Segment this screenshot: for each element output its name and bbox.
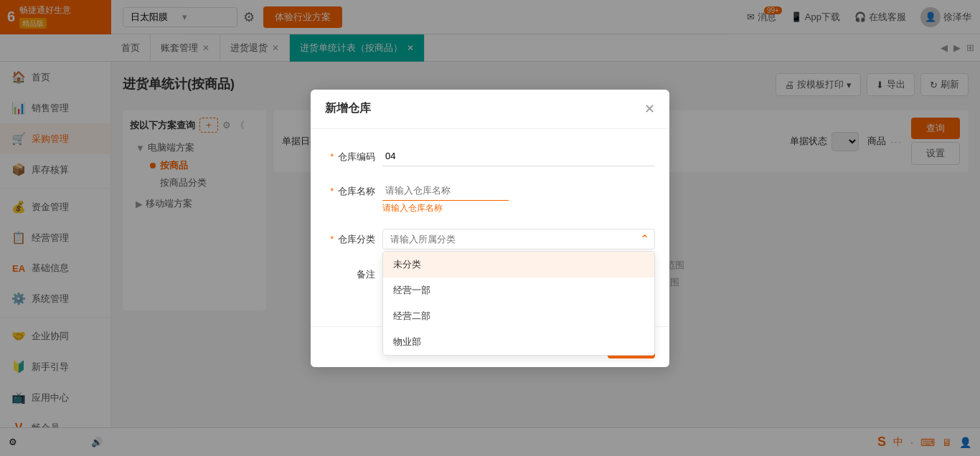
note-label: 备注 [325, 264, 382, 281]
dropdown-item-uncategorized[interactable]: 未分类 [383, 252, 654, 277]
required-star: * [330, 151, 334, 162]
category-arrow-icon: ⌃ [640, 232, 649, 246]
code-input[interactable] [382, 146, 655, 166]
code-label: * 仓库编码 [325, 146, 382, 163]
dialog-close-button[interactable]: ✕ [644, 101, 655, 117]
category-select-wrapper: ⌃ 未分类 经营一部 经营二部 物业部 [382, 229, 655, 250]
dialog-title: 新增仓库 [325, 101, 371, 116]
category-dropdown: 未分类 经营一部 经营二部 物业部 [382, 251, 655, 356]
name-error-msg: 请输入仓库名称 [382, 202, 655, 214]
dialog-overlay: 新增仓库 ✕ * 仓库编码 * 仓库名称 请输入仓库名称 [0, 0, 980, 456]
dropdown-item-ops3[interactable]: 物业部 [383, 329, 654, 355]
name-input[interactable] [382, 181, 509, 201]
dropdown-item-ops2[interactable]: 经营二部 [383, 303, 654, 329]
dialog-header: 新增仓库 ✕ [311, 90, 669, 129]
form-row-category: * 仓库分类 ⌃ 未分类 经营一部 经营二部 物业部 [325, 229, 655, 250]
dialog-body: * 仓库编码 * 仓库名称 请输入仓库名称 * [311, 129, 669, 326]
name-label: * 仓库名称 [325, 181, 382, 198]
required-star-cat: * [330, 234, 334, 244]
name-wrapper: 请输入仓库名称 [382, 181, 655, 214]
category-label: * 仓库分类 [325, 229, 382, 246]
category-input[interactable] [382, 229, 655, 250]
form-row-name: * 仓库名称 请输入仓库名称 [325, 181, 655, 214]
add-warehouse-dialog: 新增仓库 ✕ * 仓库编码 * 仓库名称 请输入仓库名称 [311, 90, 669, 367]
form-row-code: * 仓库编码 [325, 146, 655, 166]
dropdown-item-ops1[interactable]: 经营一部 [383, 277, 654, 303]
required-star-name: * [330, 186, 334, 196]
